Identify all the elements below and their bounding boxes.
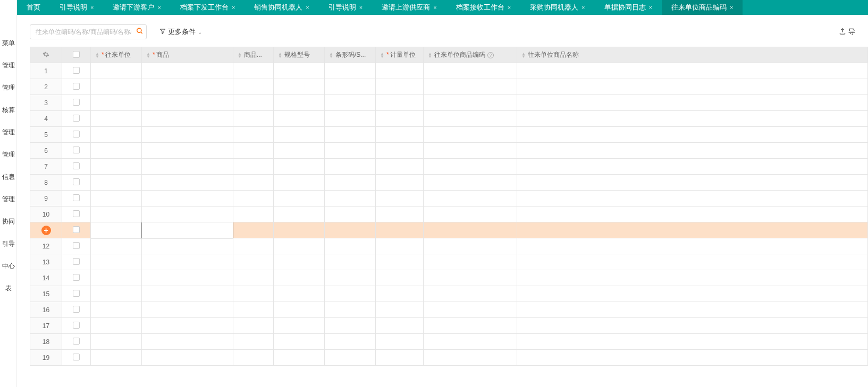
row-checkbox[interactable] (73, 322, 80, 329)
cell[interactable] (517, 334, 868, 350)
cell[interactable] (233, 334, 274, 350)
cell[interactable] (517, 191, 868, 207)
cell[interactable] (376, 302, 424, 318)
row-checkbox[interactable] (73, 99, 80, 106)
cell[interactable] (274, 286, 325, 302)
cell[interactable] (91, 207, 142, 222)
cell[interactable] (517, 79, 868, 95)
search-input[interactable] (30, 24, 147, 39)
cell[interactable] (424, 302, 517, 318)
cell[interactable] (233, 207, 274, 222)
cell[interactable] (91, 286, 142, 302)
table-row[interactable]: 1 (30, 63, 868, 79)
cell[interactable] (142, 302, 233, 318)
cell[interactable] (424, 222, 517, 238)
table-add-row[interactable]: + (30, 222, 868, 238)
cell[interactable] (517, 63, 868, 79)
col-barcode[interactable]: ▲▼条形码/S... (325, 47, 376, 63)
row-checkbox[interactable] (73, 242, 80, 249)
cell[interactable] (274, 191, 325, 207)
cell[interactable] (376, 238, 424, 254)
cell[interactable] (274, 350, 325, 366)
cell[interactable] (376, 95, 424, 111)
cell[interactable] (274, 79, 325, 95)
cell[interactable] (376, 63, 424, 79)
tab-5[interactable]: 引导说明× (319, 0, 372, 15)
cell[interactable] (274, 175, 325, 191)
cell[interactable] (274, 270, 325, 286)
cell[interactable] (376, 286, 424, 302)
cell[interactable] (233, 95, 274, 111)
sidebar-item-10[interactable]: 中心 (0, 255, 16, 277)
cell[interactable] (233, 143, 274, 159)
cell[interactable] (142, 254, 233, 270)
table-row[interactable]: 4 (30, 111, 868, 127)
cell[interactable] (424, 254, 517, 270)
cell[interactable] (424, 127, 517, 143)
table-row[interactable]: 9 (30, 191, 868, 207)
row-checkbox[interactable] (73, 306, 80, 313)
cell[interactable] (233, 318, 274, 334)
cell[interactable] (424, 238, 517, 254)
cell[interactable] (142, 111, 233, 127)
cell[interactable] (233, 254, 274, 270)
table-row[interactable]: 10 (30, 207, 868, 222)
cell[interactable] (274, 207, 325, 222)
row-checkbox[interactable] (73, 258, 80, 265)
cell[interactable] (424, 318, 517, 334)
cell[interactable] (274, 302, 325, 318)
cell[interactable] (142, 318, 233, 334)
cell[interactable] (517, 207, 868, 222)
cell[interactable] (142, 207, 233, 222)
cell[interactable] (517, 143, 868, 159)
cell[interactable] (274, 127, 325, 143)
cell[interactable] (233, 238, 274, 254)
row-checkbox[interactable] (73, 67, 80, 74)
tab-7[interactable]: 档案接收工作台× (446, 0, 520, 15)
more-conditions-button[interactable]: 更多条件 ⌄ (159, 27, 202, 37)
cell[interactable] (517, 350, 868, 366)
cell[interactable] (517, 175, 868, 191)
tab-10[interactable]: 往来单位商品编码× (662, 0, 743, 15)
sidebar-item-0[interactable]: 菜单 (0, 32, 16, 54)
cell[interactable] (142, 159, 233, 175)
close-icon[interactable]: × (730, 4, 733, 11)
cell[interactable] (142, 350, 233, 366)
row-checkbox[interactable] (73, 178, 80, 185)
col-product-code[interactable]: ▲▼商品... (233, 47, 274, 63)
row-checkbox[interactable] (73, 147, 80, 153)
close-icon[interactable]: × (306, 4, 309, 11)
cell[interactable] (325, 334, 376, 350)
cell[interactable] (325, 302, 376, 318)
cell[interactable] (274, 143, 325, 159)
cell[interactable] (325, 238, 376, 254)
cell[interactable] (233, 111, 274, 127)
cell[interactable] (424, 350, 517, 366)
col-settings[interactable] (30, 47, 62, 63)
col-product[interactable]: ▲▼*商品 (142, 47, 233, 63)
row-checkbox[interactable] (73, 131, 80, 137)
cell[interactable] (233, 175, 274, 191)
close-icon[interactable]: × (508, 4, 511, 11)
sidebar-item-8[interactable]: 协同 (0, 210, 16, 233)
help-icon[interactable]: ? (487, 52, 494, 58)
close-icon[interactable]: × (232, 4, 235, 11)
close-icon[interactable]: × (649, 4, 652, 11)
cell[interactable] (233, 286, 274, 302)
cell[interactable] (142, 238, 233, 254)
cell[interactable] (325, 350, 376, 366)
table-row[interactable]: 2 (30, 79, 868, 95)
cell[interactable] (325, 63, 376, 79)
col-spec[interactable]: ▲▼规格型号 (274, 47, 325, 63)
table-row[interactable]: 15 (30, 286, 868, 302)
sidebar-item-3[interactable]: 核算 (0, 99, 16, 121)
cell[interactable] (517, 111, 868, 127)
cell[interactable] (517, 238, 868, 254)
cell[interactable] (91, 127, 142, 143)
cell[interactable] (274, 63, 325, 79)
row-checkbox[interactable] (73, 338, 80, 345)
table-row[interactable]: 18 (30, 334, 868, 350)
sidebar-item-2[interactable]: 管理 (0, 76, 16, 99)
cell[interactable] (91, 238, 142, 254)
cell[interactable] (376, 111, 424, 127)
